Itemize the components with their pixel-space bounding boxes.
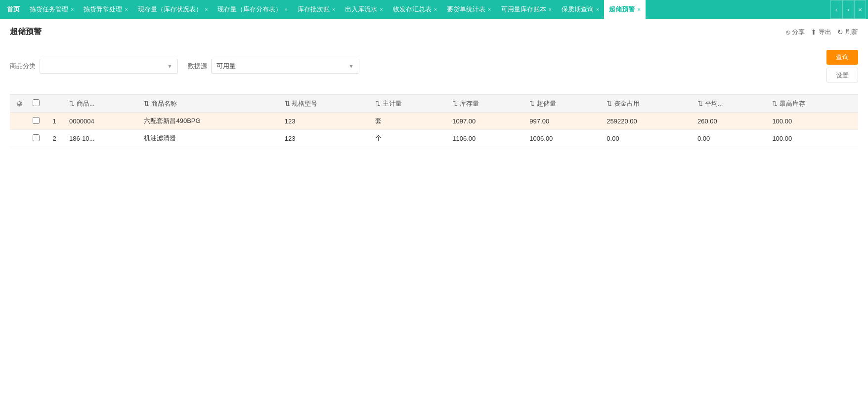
category-filter: 商品分类 ▼ (10, 59, 178, 74)
column-rownum (44, 95, 64, 113)
export-icon: ⬆ (811, 28, 817, 36)
close-pick-task[interactable]: × (71, 6, 74, 12)
column-overstock-qty[interactable]: ⇅ 超储量 (524, 95, 602, 113)
row-checkbox[interactable] (33, 117, 40, 124)
row-capital-use: 0.00 (602, 130, 693, 147)
table-row: 2 186-10... 机油滤清器 123 个 1106.00 1006.00 … (10, 130, 858, 147)
row-checkbox[interactable] (33, 134, 40, 141)
gear-icon (15, 99, 23, 107)
header-actions: ⎋ 分享 ⬆ 导出 ↻ 刷新 (786, 28, 858, 37)
column-spec[interactable]: ⇅ 规格型号 (280, 95, 371, 113)
row-gear-cell (10, 130, 28, 147)
top-nav: 首页 拣货任务管理 × 拣货异常处理 × 现存量（库存状况表） × 现存量（库存… (0, 0, 868, 19)
datasource-select[interactable]: 可用量 ▼ (211, 59, 359, 74)
share-icon: ⎋ (786, 28, 790, 36)
filter-buttons: 查询 设置 (826, 50, 858, 82)
table-row: 1 0000004 六配套新昌490BPG 123 套 1097.00 997.… (10, 113, 858, 130)
nav-inout-flow[interactable]: 出入库流水 × (340, 0, 388, 19)
column-stock-qty[interactable]: ⇅ 库存量 (447, 95, 524, 113)
column-max-stock[interactable]: ⇅ 最高库存 (767, 95, 858, 113)
row-overstock-qty: 1006.00 (524, 130, 602, 147)
column-capital-use[interactable]: ⇅ 资金占用 (602, 95, 693, 113)
nav-arrow-left[interactable]: ‹ (830, 0, 842, 19)
close-order-stats[interactable]: × (488, 6, 491, 12)
row-product-name: 六配套新昌490BPG (139, 113, 279, 130)
column-gear[interactable] (10, 95, 28, 113)
datasource-value: 可用量 (217, 62, 236, 71)
row-stock-qty: 1106.00 (447, 130, 524, 147)
export-button[interactable]: ⬆ 导出 (811, 28, 831, 37)
nav-order-stats[interactable]: 要货单统计表 × (442, 0, 496, 19)
nav-pick-exception[interactable]: 拣货异常处理 × (79, 0, 132, 19)
datasource-chevron-icon: ▼ (348, 63, 354, 69)
nav-expiry-query[interactable]: 保质期查询 × (557, 0, 604, 19)
row-unit: 个 (370, 130, 447, 147)
filter-row: 商品分类 ▼ 数据源 可用量 ▼ 查询 设置 (10, 45, 858, 87)
nav-pick-task[interactable]: 拣货任务管理 × (25, 0, 79, 19)
row-max-stock: 100.00 (767, 130, 858, 147)
nav-home[interactable]: 首页 (2, 0, 25, 19)
row-capital-use: 259220.00 (602, 113, 693, 130)
close-inout-flow[interactable]: × (380, 6, 383, 12)
nav-arrows: ‹ › × (830, 0, 866, 19)
close-expiry-query[interactable]: × (596, 6, 599, 12)
category-chevron-icon: ▼ (167, 63, 173, 69)
nav-collect-summary[interactable]: 收发存汇总表 × (388, 0, 442, 19)
column-product-code[interactable]: ⇅ 商品... (64, 95, 139, 113)
datasource-label: 数据源 (188, 62, 207, 71)
close-stock-dist[interactable]: × (284, 6, 287, 12)
row-avg: 0.00 (693, 130, 767, 147)
row-num: 2 (44, 130, 64, 147)
row-gear-cell (10, 113, 28, 130)
nav-arrow-right[interactable]: › (842, 0, 854, 19)
column-checkbox[interactable] (28, 95, 44, 113)
nav-stock-status[interactable]: 现存量（库存状况表） × (133, 0, 213, 19)
nav-available-book[interactable]: 可用量库存账本 × (496, 0, 557, 19)
row-num: 1 (44, 113, 64, 130)
page-content: 超储预警 ⎋ 分享 ⬆ 导出 ↻ 刷新 商品分类 ▼ 数据源 (0, 19, 868, 395)
row-spec: 123 (280, 113, 371, 130)
table-header-row: ⇅ 商品... ⇅ 商品名称 ⇅ 规格型号 ⇅ 主计量 ⇅ 库存量 (10, 95, 858, 113)
row-overstock-qty: 997.00 (524, 113, 602, 130)
refresh-icon: ↻ (837, 28, 843, 36)
nav-stock-batch[interactable]: 库存批次账 × (293, 0, 340, 19)
page-header: 超储预警 ⎋ 分享 ⬆ 导出 ↻ 刷新 (10, 27, 858, 37)
close-collect-summary[interactable]: × (434, 6, 437, 12)
row-checkbox-cell[interactable] (28, 130, 44, 147)
column-product-name[interactable]: ⇅ 商品名称 (139, 95, 279, 113)
column-unit[interactable]: ⇅ 主计量 (370, 95, 447, 113)
nav-overstock-warning[interactable]: 超储预警 × (604, 0, 645, 19)
refresh-button[interactable]: ↻ 刷新 (837, 28, 858, 37)
datasource-filter: 数据源 可用量 ▼ (188, 59, 359, 74)
row-spec: 123 (280, 130, 371, 147)
row-product-code: 0000004 (64, 113, 139, 130)
page-title: 超储预警 (10, 27, 42, 37)
category-select[interactable]: ▼ (40, 59, 178, 74)
select-all-checkbox[interactable] (33, 99, 40, 106)
row-product-name: 机油滤清器 (139, 130, 279, 147)
row-avg: 260.00 (693, 113, 767, 130)
close-stock-batch[interactable]: × (332, 6, 335, 12)
share-button[interactable]: ⎋ 分享 (786, 28, 805, 37)
close-available-book[interactable]: × (549, 6, 552, 12)
row-max-stock: 100.00 (767, 113, 858, 130)
row-product-code: 186-10... (64, 130, 139, 147)
close-overstock-warning[interactable]: × (637, 6, 640, 12)
nav-arrow-close[interactable]: × (854, 0, 866, 19)
close-pick-exception[interactable]: × (125, 6, 128, 12)
category-label: 商品分类 (10, 62, 36, 71)
query-button[interactable]: 查询 (826, 50, 858, 65)
row-unit: 套 (370, 113, 447, 130)
row-stock-qty: 1097.00 (447, 113, 524, 130)
column-avg[interactable]: ⇅ 平均... (693, 95, 767, 113)
row-checkbox-cell[interactable] (28, 113, 44, 130)
data-table: ⇅ 商品... ⇅ 商品名称 ⇅ 规格型号 ⇅ 主计量 ⇅ 库存量 (10, 94, 858, 147)
nav-stock-dist[interactable]: 现存量（库存分布表） × (213, 0, 292, 19)
close-stock-status[interactable]: × (205, 6, 208, 12)
settings-button[interactable]: 设置 (826, 68, 858, 82)
